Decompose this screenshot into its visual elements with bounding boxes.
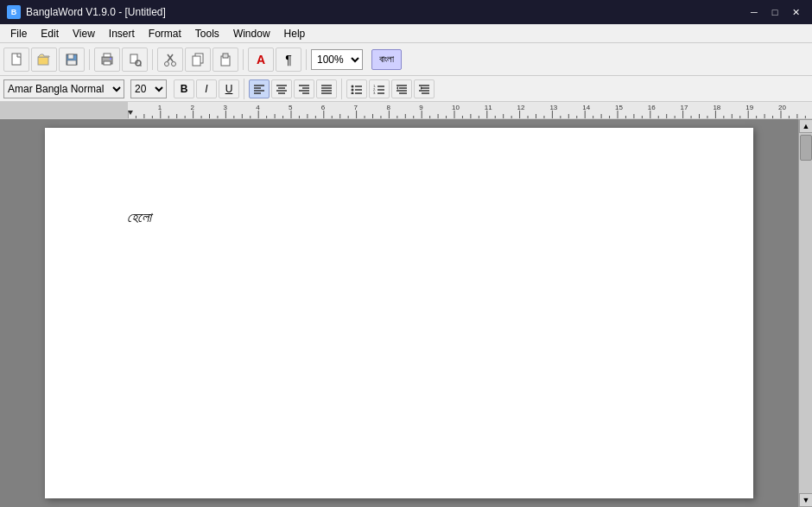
format-toolbar: Amar Bangla Normal Arial Times New Roman… <box>0 76 812 102</box>
align-right-button[interactable] <box>294 79 314 98</box>
align-left-button[interactable] <box>249 79 270 98</box>
menu-item-file[interactable]: File <box>3 24 34 42</box>
menu-item-format[interactable]: Format <box>142 24 188 42</box>
sep6 <box>341 79 342 99</box>
font-color-icon: A <box>257 53 265 67</box>
align-center-button[interactable] <box>271 79 292 98</box>
svg-point-15 <box>172 61 176 66</box>
menu-item-insert[interactable]: Insert <box>102 24 142 42</box>
svg-rect-7 <box>104 61 111 65</box>
title-bar: B BanglaWord V1.9.0 - [Untitled] ─ □ ✕ <box>0 0 812 24</box>
document-page[interactable]: হেলো <box>45 128 753 498</box>
svg-rect-3 <box>68 54 73 59</box>
close-button[interactable]: ✕ <box>786 4 805 20</box>
svg-rect-0 <box>12 54 21 65</box>
document-area[interactable]: হেলো ▲ ▼ <box>0 119 812 507</box>
svg-point-14 <box>165 61 169 66</box>
font-family-select[interactable]: Amar Bangla Normal Arial Times New Roman <box>3 79 124 98</box>
font-size-select[interactable]: 20 8101214 16182428 <box>130 79 167 98</box>
window-title: BanglaWord V1.9.0 - [Untitled] <box>26 6 166 18</box>
main-toolbar: A ¶ 100% 50% 75% 125% 150% 200% বাংলা <box>0 43 812 76</box>
sep4 <box>306 49 307 70</box>
scroll-thumb[interactable] <box>800 135 812 161</box>
new-button[interactable] <box>3 48 29 72</box>
align-justify-button[interactable] <box>316 79 337 98</box>
scroll-down-button[interactable]: ▼ <box>799 493 812 507</box>
underline-button[interactable]: U <box>219 79 239 98</box>
svg-rect-6 <box>104 54 111 57</box>
scroll-up-button[interactable]: ▲ <box>799 119 812 133</box>
menu-item-edit[interactable]: Edit <box>34 24 66 42</box>
print-preview-button[interactable] <box>122 48 148 72</box>
cut-button[interactable] <box>157 48 183 72</box>
paragraph-button[interactable]: ¶ <box>276 48 301 72</box>
svg-rect-1 <box>38 57 48 65</box>
menu-item-window[interactable]: Window <box>226 24 277 42</box>
menu-item-tools[interactable]: Tools <box>188 24 226 42</box>
zoom-select[interactable]: 100% 50% 75% 125% 150% 200% <box>311 49 363 70</box>
indent-increase-button[interactable] <box>414 79 435 98</box>
minimize-button[interactable]: ─ <box>745 4 764 20</box>
indent-decrease-button[interactable] <box>391 79 412 98</box>
svg-rect-8 <box>110 58 111 60</box>
svg-text:3.: 3. <box>373 91 376 94</box>
svg-point-38 <box>352 88 354 91</box>
sep2 <box>152 49 153 70</box>
ruler <box>0 102 812 119</box>
svg-rect-4 <box>67 60 76 65</box>
page-content[interactable]: হেলো <box>127 210 151 225</box>
italic-button[interactable]: I <box>196 79 217 98</box>
vertical-scrollbar[interactable]: ▲ ▼ <box>798 119 812 507</box>
maximize-button[interactable]: □ <box>765 4 784 20</box>
paragraph-icon: ¶ <box>285 53 292 67</box>
bold-button[interactable]: B <box>174 79 194 98</box>
svg-rect-17 <box>193 56 200 66</box>
sep5 <box>244 79 244 99</box>
unordered-list-button[interactable] <box>346 79 367 98</box>
app-icon: B <box>7 5 21 19</box>
svg-point-36 <box>352 85 354 87</box>
svg-rect-19 <box>223 54 228 58</box>
font-color-button[interactable]: A <box>248 48 274 72</box>
print-button[interactable] <box>94 48 120 72</box>
svg-point-40 <box>352 92 354 94</box>
sep3 <box>243 49 244 70</box>
sep1 <box>89 49 90 70</box>
ordered-list-button[interactable]: 1.2.3. <box>369 79 390 98</box>
bangla-toggle-button[interactable]: বাংলা <box>371 49 402 70</box>
save-button[interactable] <box>59 48 85 72</box>
menu-item-view[interactable]: View <box>66 24 102 42</box>
copy-button[interactable] <box>185 48 211 72</box>
window-controls: ─ □ ✕ <box>745 4 805 20</box>
menu-item-help[interactable]: Help <box>277 24 313 42</box>
svg-line-11 <box>140 65 141 66</box>
menu-bar: FileEditViewInsertFormatToolsWindowHelp <box>0 24 812 43</box>
paste-button[interactable] <box>213 48 238 72</box>
open-button[interactable] <box>31 48 57 72</box>
